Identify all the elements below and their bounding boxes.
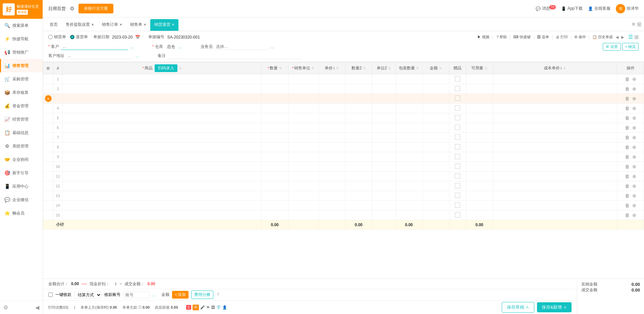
history-link[interactable]: 📋 历史单据 [592, 35, 613, 40]
radio-sales-shipment-input[interactable] [48, 35, 53, 39]
sidebar-item-apps[interactable]: 📱 应用中心 [0, 180, 43, 193]
save-draft-button[interactable]: 保存草稿 ∧ [502, 302, 534, 313]
tab-sales-order-close-icon[interactable]: ✕ [119, 23, 122, 26]
sidebar-item-member[interactable]: ⭐ 畅会员 [0, 206, 43, 220]
row-3-gift-checkbox[interactable] [455, 96, 460, 101]
icon-person[interactable]: 👤 [222, 305, 227, 310]
price-sort-icon[interactable]: ⇅ [336, 66, 339, 70]
setup-button[interactable]: ⚙ 设置 [603, 43, 621, 51]
row-3-unit2[interactable] [372, 94, 395, 104]
operation-link[interactable]: ⚙ 操作 [574, 35, 586, 40]
sidebar-item-operations[interactable]: 📈 经营管理 [0, 113, 43, 126]
view-list-icon[interactable]: ☰ [628, 34, 633, 40]
row-1-gift[interactable] [449, 74, 466, 84]
row-6-delete-button[interactable]: 🗑 [624, 124, 630, 131]
row-2-gift-checkbox[interactable] [455, 86, 460, 91]
one-click-checkbox[interactable] [48, 293, 53, 297]
row-2-product[interactable] [63, 84, 262, 94]
cost-sort-icon[interactable]: ⇅ [563, 66, 566, 70]
save-new-button[interactable]: 保存&新增 ∧ [537, 302, 572, 312]
next-icon[interactable]: ▶ [621, 35, 624, 40]
row-8-gift-checkbox[interactable] [455, 144, 460, 149]
tab-sales-order[interactable]: 销售订单 ✕ [98, 19, 126, 31]
row-14-gift-checkbox[interactable] [455, 202, 460, 208]
row-10-delete-button[interactable]: 🗑 [624, 163, 630, 170]
row-9-copy-button[interactable]: ⊕ [632, 153, 637, 160]
payment-help-icon[interactable]: ？ [216, 292, 220, 298]
row-1-product-input[interactable] [64, 77, 260, 81]
row-15-copy-button[interactable]: ⊕ [632, 212, 637, 218]
logistics-button[interactable]: + 物流 [622, 43, 639, 51]
sidebar-item-guide[interactable]: 🎯 新手引导 [0, 166, 43, 180]
row-4-copy-button[interactable]: ⊕ [632, 105, 637, 112]
icon-eye[interactable]: 👁 [206, 305, 210, 309]
col-settings[interactable]: ⚙ [43, 62, 53, 74]
row-5-copy-button[interactable]: ⊕ [632, 115, 637, 121]
row-9-gift-checkbox[interactable] [455, 154, 460, 159]
row-2-qty[interactable] [261, 84, 288, 94]
row-11-gift-checkbox[interactable] [455, 173, 460, 179]
row-3-amount[interactable] [422, 94, 449, 104]
sidebar-item-basics[interactable]: 📋 基础信息 [0, 126, 43, 139]
add-payment-button[interactable]: + 添加 [172, 291, 189, 299]
row-12-delete-button[interactable]: 🗑 [624, 183, 630, 189]
customer-input[interactable] [61, 44, 128, 50]
row-2-delete-button[interactable]: 🗑 [624, 85, 630, 92]
experience-button[interactable]: 体验行业方案 [78, 4, 113, 13]
row-6-copy-button[interactable]: ⊕ [632, 124, 637, 131]
account-more-icon[interactable]: ... [153, 293, 156, 297]
fee-split-button[interactable]: 费用分摊 [191, 291, 213, 299]
row-1-qty2[interactable] [345, 74, 372, 84]
salesperson-input[interactable] [215, 44, 268, 50]
radio-return[interactable]: 退货单 [70, 34, 88, 40]
row-7-gift-checkbox[interactable] [455, 134, 460, 140]
help-link[interactable]: ？帮助 [496, 35, 507, 40]
row-12-gift-checkbox[interactable] [455, 183, 460, 188]
view-grid-icon[interactable]: ⊞ [634, 34, 639, 40]
row-12-copy-button[interactable]: ⊕ [632, 183, 637, 189]
row-11-delete-button[interactable]: 🗑 [624, 173, 630, 180]
tab-return-close-icon[interactable]: ✕ [172, 23, 174, 26]
row-3-delete-button[interactable]: 🗑 [624, 95, 630, 102]
tab-shipment-close-icon[interactable]: ✕ [144, 23, 146, 26]
row-2-cost[interactable] [493, 84, 617, 94]
row-3-cost[interactable] [493, 94, 617, 104]
tab-sales-shipment[interactable]: 销售单 ✕ [126, 19, 150, 31]
settlement-select[interactable]: 结算方式 [74, 291, 102, 299]
address-more-icon[interactable]: ... [136, 54, 139, 58]
sidebar-settings-button[interactable]: ⚙ [3, 304, 9, 311]
add-row-button[interactable]: + [45, 95, 52, 102]
unit2-sort-icon[interactable]: ⇅ [388, 66, 391, 70]
address-input[interactable] [66, 53, 133, 59]
row-4-delete-button[interactable]: 🗑 [624, 105, 630, 112]
row-1-amount[interactable] [422, 74, 449, 84]
tab-price-close-icon[interactable]: ✕ [91, 23, 94, 26]
row-2-unit[interactable] [288, 84, 318, 94]
qty2-sort-icon[interactable]: ⇅ [363, 66, 366, 70]
row-10-gift-checkbox[interactable] [455, 164, 460, 169]
sidebar-item-system[interactable]: ⚙ 系统管理 [0, 139, 43, 153]
remarks-input[interactable] [168, 53, 302, 59]
row-2-avail[interactable] [466, 84, 493, 94]
radio-return-input[interactable] [70, 35, 74, 39]
row-1-unit[interactable] [288, 74, 318, 84]
calendar-icon[interactable]: 📅 [135, 35, 140, 40]
video-link[interactable]: ▶ 视频 [477, 35, 489, 40]
account-input[interactable] [123, 292, 150, 298]
prev-icon[interactable]: ◀ [615, 35, 619, 40]
tab-sales-return[interactable]: 销货退货 ✕ [150, 19, 178, 31]
row-5-delete-button[interactable]: 🗑 [624, 115, 630, 121]
sidebar-collapse-button[interactable]: ◀ [35, 304, 40, 311]
row-13-gift-checkbox[interactable] [455, 193, 460, 198]
row-3-avail[interactable] [466, 94, 493, 104]
sidebar-item-purchase[interactable]: 🛒 采购管理 [0, 72, 43, 86]
row-9-delete-button[interactable]: 🗑 [624, 153, 630, 160]
product-sort-icon[interactable]: ⇅ [179, 66, 181, 70]
row-3-price[interactable] [318, 94, 345, 104]
row-1-avail[interactable] [466, 74, 493, 84]
row-1-cost[interactable] [493, 74, 617, 84]
row-7-delete-button[interactable]: 🗑 [624, 134, 630, 141]
row-2-qty2[interactable] [345, 84, 372, 94]
row-10-copy-button[interactable]: ⊕ [632, 163, 637, 170]
sidebar-item-enterprise[interactable]: 🤝 企业协同 [0, 153, 43, 166]
